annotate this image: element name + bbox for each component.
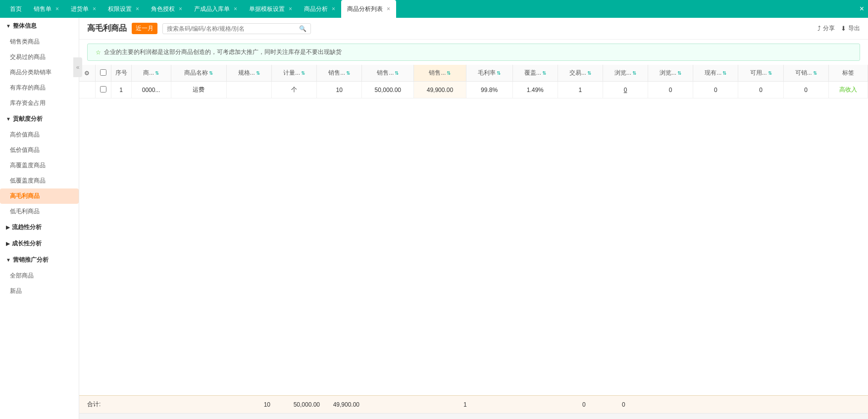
cell-sale-qty: 10: [317, 82, 362, 98]
col-browse1[interactable]: 浏览...⇅: [603, 65, 648, 82]
sort-spec[interactable]: ⇅: [256, 70, 260, 76]
sidebar-item-stocked-goods[interactable]: 有库存的商品: [0, 80, 79, 95]
nav-product-analysis[interactable]: 商品分析 ×: [298, 0, 341, 18]
nav-sales-close[interactable]: ×: [55, 5, 59, 12]
nav-template-close[interactable]: ×: [289, 5, 292, 12]
footer-current-stock: 0: [564, 401, 604, 408]
sidebar-item-all-goods[interactable]: 全部商品: [0, 268, 79, 283]
section-arrow-marketing: ▼: [6, 257, 11, 263]
sidebar-item-low-coverage[interactable]: 低覆盖度商品: [0, 173, 79, 188]
col-checkbox[interactable]: [95, 65, 111, 82]
sidebar-item-sales-goods[interactable]: 销售类商品: [0, 34, 79, 49]
nav-permissions[interactable]: 权限设置 ×: [102, 0, 145, 18]
col-coverage[interactable]: 覆盖...⇅: [512, 65, 558, 82]
nav-roles[interactable]: 角色授权 ×: [145, 0, 188, 18]
col-transaction[interactable]: 交易...⇅: [558, 65, 603, 82]
sort-transaction[interactable]: ⇅: [587, 70, 591, 76]
sidebar-item-low-margin[interactable]: 低毛利商品: [0, 204, 79, 219]
nav-products-in-close[interactable]: ×: [234, 5, 237, 12]
sort-sale-amt2[interactable]: ⇅: [447, 70, 451, 76]
info-banner: ☆ 企业的主要的利润都是这部分商品创造的，可考虑加大推广，同时关注库存是不要出现…: [87, 44, 860, 61]
close-all-tabs[interactable]: ×: [860, 4, 864, 13]
nav-roles-close[interactable]: ×: [179, 5, 182, 12]
sidebar-section-growth[interactable]: ▶ 成长性分析: [0, 235, 79, 252]
col-browse2[interactable]: 浏览...⇅: [648, 65, 693, 82]
sort-current-stock[interactable]: ⇅: [722, 70, 726, 76]
sidebar-item-traded-goods[interactable]: 交易过的商品: [0, 49, 79, 65]
cell-checkbox[interactable]: [95, 82, 111, 98]
col-spec[interactable]: 规格...⇅: [226, 65, 271, 82]
share-button[interactable]: ⤴ 分享: [817, 24, 835, 33]
cell-tag: 高收入: [828, 82, 868, 98]
horizontal-scrollbar[interactable]: [79, 413, 868, 419]
sort-browse1[interactable]: ⇅: [632, 70, 636, 76]
cell-gross-rate: 99.8%: [466, 82, 512, 98]
sort-sale-amt[interactable]: ⇅: [395, 70, 399, 76]
col-sale-amt2[interactable]: 销售...⇅: [414, 65, 466, 82]
section-arrow-contribution: ▼: [6, 116, 11, 122]
cell-code: 0000...: [131, 82, 171, 98]
sidebar-item-high-value[interactable]: 高价值商品: [0, 127, 79, 142]
nav-purchase-close[interactable]: ×: [93, 5, 96, 12]
nav-product-analysis-close[interactable]: ×: [332, 5, 335, 12]
footer-sale-qty: 10: [247, 401, 287, 408]
export-button[interactable]: ⬇ 导出: [841, 24, 860, 33]
top-nav: 首页 销售单 × 进货单 × 权限设置 × 角色授权 × 产成品入库单 × 单据…: [0, 0, 868, 18]
sort-name[interactable]: ⇅: [209, 70, 213, 76]
col-sale-qty[interactable]: 销售...⇅: [317, 65, 362, 82]
nav-home[interactable]: 首页: [4, 0, 28, 18]
nav-permissions-close[interactable]: ×: [136, 5, 139, 12]
search-icon[interactable]: 🔍: [299, 25, 306, 32]
footer-label: 合计:: [87, 400, 101, 409]
date-filter-button[interactable]: 近一月: [132, 23, 157, 34]
col-name[interactable]: 商品名称⇅: [171, 65, 226, 82]
sort-sale-qty[interactable]: ⇅: [346, 70, 350, 76]
col-sale-amt[interactable]: 销售...⇅: [362, 65, 414, 82]
sidebar-section-flow[interactable]: ▶ 流趋性分析: [0, 219, 79, 235]
header-actions: ⤴ 分享 ⬇ 导出: [817, 24, 860, 33]
sidebar-section-marketing-items: 全部商品 新品: [0, 268, 79, 299]
row-checkbox[interactable]: [100, 86, 106, 93]
sort-unit[interactable]: ⇅: [301, 70, 305, 76]
sort-gross-rate[interactable]: ⇅: [497, 70, 501, 76]
sidebar-item-high-coverage[interactable]: 高覆盖度商品: [0, 158, 79, 173]
nav-purchase[interactable]: 进货单 ×: [65, 0, 102, 18]
nav-template-settings[interactable]: 单据模板设置 ×: [243, 0, 298, 18]
col-current-stock[interactable]: 现有...⇅: [693, 65, 738, 82]
nav-product-analysis-list[interactable]: 商品分析列表 ×: [341, 0, 396, 18]
nav-sales[interactable]: 销售单 ×: [28, 0, 65, 18]
nav-products-in[interactable]: 产成品入库单 ×: [188, 0, 243, 18]
col-unit[interactable]: 计量...⇅: [271, 65, 316, 82]
section-arrow-flow: ▶: [6, 225, 10, 230]
nav-product-analysis-list-close[interactable]: ×: [387, 5, 390, 12]
sidebar-collapse-button[interactable]: «: [73, 57, 82, 77]
cell-transaction: 1: [558, 82, 603, 98]
page-title: 高毛利商品: [87, 23, 127, 34]
cell-index: 1: [111, 82, 131, 98]
sidebar: ▼ 整体信息 销售类商品 交易过的商品 商品分类助销率 有库存的商品 库存资金占…: [0, 18, 79, 419]
sidebar-item-new-goods[interactable]: 新品: [0, 283, 79, 299]
sidebar-item-category-rate[interactable]: 商品分类助销率: [0, 65, 79, 80]
sort-available-stock[interactable]: ⇅: [768, 70, 772, 76]
col-available-stock[interactable]: 可用...⇅: [738, 65, 783, 82]
sidebar-item-high-margin[interactable]: 高毛利商品: [0, 188, 79, 204]
content-header: 高毛利商品 近一月 🔍 ⤴ 分享 ⬇ 导出: [79, 18, 868, 40]
col-code[interactable]: 商...⇅: [131, 65, 171, 82]
col-gross-rate[interactable]: 毛利率⇅: [466, 65, 512, 82]
sort-browse2[interactable]: ⇅: [677, 70, 681, 76]
sidebar-item-low-value[interactable]: 低价值商品: [0, 142, 79, 158]
sidebar-section-marketing[interactable]: ▼ 营销推广分析: [0, 252, 79, 268]
sidebar-section-contribution[interactable]: ▼ 贡献度分析: [0, 111, 79, 127]
table-container[interactable]: ⚙ 序号 商...⇅ 商品名称⇅ 规格...⇅ 计量...⇅ 销售...⇅ 销售…: [79, 65, 868, 395]
sidebar-item-stock-capital[interactable]: 库存资金占用: [0, 95, 79, 111]
search-input[interactable]: [167, 25, 297, 32]
select-all-checkbox[interactable]: [100, 69, 106, 76]
sort-sale-stock[interactable]: ⇅: [813, 70, 817, 76]
footer-transaction: 1: [445, 401, 485, 408]
sidebar-section-overall[interactable]: ▼ 整体信息: [0, 18, 79, 34]
sort-code[interactable]: ⇅: [155, 70, 159, 76]
col-sale-stock[interactable]: 可销...⇅: [783, 65, 828, 82]
cell-browse1[interactable]: 0: [603, 82, 648, 98]
sort-coverage[interactable]: ⇅: [542, 70, 546, 76]
cell-available-stock: 0: [738, 82, 783, 98]
